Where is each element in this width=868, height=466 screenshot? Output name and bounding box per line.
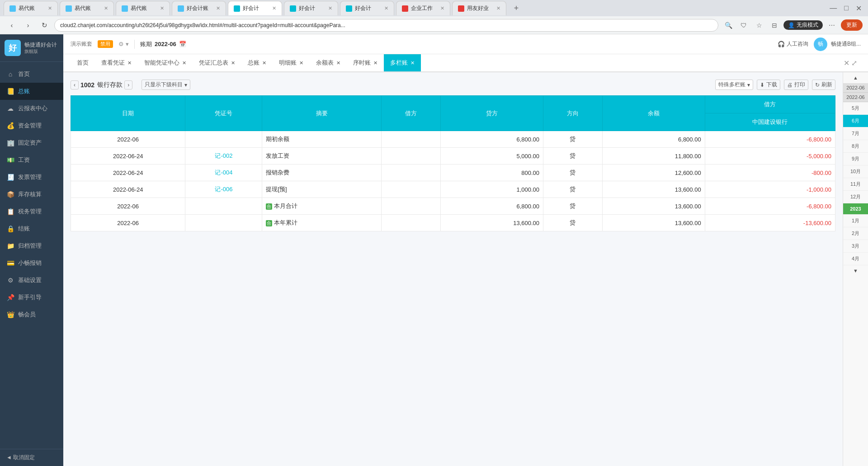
close-button[interactable]: ✕ bbox=[853, 4, 864, 13]
sidebar-item-close[interactable]: 🔒 结账 bbox=[0, 220, 63, 237]
maximize-button[interactable]: □ bbox=[841, 4, 851, 12]
voucher-link[interactable]: 记-004 bbox=[215, 169, 232, 176]
sidebar-item-cloud-report[interactable]: ☁ 云报表中心 bbox=[0, 100, 63, 117]
tab-close-9[interactable]: ✕ bbox=[496, 5, 500, 11]
date-item-11[interactable]: 11月 bbox=[843, 178, 868, 191]
calendar-icon[interactable]: 📅 bbox=[179, 41, 186, 47]
sidebar-item-guide[interactable]: 📌 新手引导 bbox=[0, 289, 63, 306]
search-icon[interactable]: 🔍 bbox=[722, 19, 735, 32]
tab-close-4[interactable]: ✕ bbox=[216, 5, 220, 11]
download-button[interactable]: ⬇ 下载 bbox=[757, 80, 780, 90]
scroll-up-btn[interactable]: ▲ bbox=[851, 72, 860, 83]
sidebar-item-tax[interactable]: 📋 税务管理 bbox=[0, 203, 63, 220]
user-avatar[interactable]: 畅 bbox=[814, 38, 827, 51]
filter-dropdown[interactable]: 只显示下级科目 ▾ bbox=[142, 80, 190, 90]
tab-journal-close[interactable]: ✕ bbox=[373, 60, 377, 66]
sidebar-item-expense[interactable]: 💳 小畅报销 bbox=[0, 254, 63, 272]
browser-tab-4[interactable]: 好会计账 ✕ bbox=[172, 1, 226, 15]
sidebar-collapse-button[interactable]: ◄ 取消固定 bbox=[0, 449, 63, 466]
tab-balance-close[interactable]: ✕ bbox=[336, 60, 340, 66]
sidebar-item-archive[interactable]: 📁 归档管理 bbox=[0, 237, 63, 254]
print-button[interactable]: 🖨 打印 bbox=[784, 80, 808, 90]
tab-close-1[interactable]: ✕ bbox=[48, 5, 52, 11]
tab-close-3[interactable]: ✕ bbox=[160, 5, 164, 11]
shield-icon[interactable]: 🛡 bbox=[737, 19, 750, 32]
tab-smart-voucher-close[interactable]: ✕ bbox=[182, 60, 186, 66]
tab-balance[interactable]: 余额表 ✕ bbox=[310, 54, 347, 72]
sidebar-item-inventory[interactable]: 📦 库存核算 bbox=[0, 186, 63, 203]
date-item-2023-3[interactable]: 3月 bbox=[843, 240, 868, 253]
update-button[interactable]: 更新 bbox=[841, 19, 863, 31]
toolbar-right: 🎧 人工咨询 畅 畅捷通B组... bbox=[778, 38, 861, 51]
tab-close-2[interactable]: ✕ bbox=[104, 5, 108, 11]
date-item-12[interactable]: 12月 bbox=[843, 191, 868, 203]
sidebar-item-fund[interactable]: 💰 资金管理 bbox=[0, 117, 63, 134]
tab-close-6[interactable]: ✕ bbox=[328, 5, 332, 11]
address-input[interactable] bbox=[54, 19, 718, 32]
date-item-10[interactable]: 10月 bbox=[843, 165, 868, 178]
tab-journal[interactable]: 序时账 ✕ bbox=[347, 54, 384, 72]
minimize-button[interactable]: — bbox=[827, 4, 840, 12]
new-tab-button[interactable]: + bbox=[510, 2, 523, 14]
special-btn[interactable]: 特殊多栏账 ▾ bbox=[715, 80, 753, 90]
tab-icon-8 bbox=[402, 5, 408, 12]
tab-close-5[interactable]: ✕ bbox=[272, 5, 276, 11]
consult-button[interactable]: 🎧 人工咨询 bbox=[778, 40, 808, 48]
sidebar-item-member[interactable]: 👑 畅会员 bbox=[0, 306, 63, 323]
tab-detail-close[interactable]: ✕ bbox=[299, 60, 303, 66]
date-item-9[interactable]: 9月 bbox=[843, 153, 868, 165]
star-icon[interactable]: ☆ bbox=[753, 19, 765, 32]
tab-voucher-view-label: 查看凭证 bbox=[101, 59, 125, 67]
browser-tab-8[interactable]: 企业工作 ✕ bbox=[396, 1, 450, 15]
voucher-link[interactable]: 记-006 bbox=[215, 186, 232, 193]
tab-close-7[interactable]: ✕ bbox=[384, 5, 388, 11]
date-item-8[interactable]: 8月 bbox=[843, 140, 868, 153]
date-item-6[interactable]: 6月 bbox=[843, 115, 868, 127]
browser-tab-1[interactable]: 易代账 ✕ bbox=[4, 1, 58, 15]
refresh-button[interactable]: ↻ 刷新 bbox=[812, 80, 835, 90]
tab-voucher-view[interactable]: 查看凭证 ✕ bbox=[95, 54, 138, 72]
date-item-7[interactable]: 7月 bbox=[843, 127, 868, 140]
tab-general-ledger[interactable]: 总账 ✕ bbox=[241, 54, 273, 72]
tab-detail-ledger[interactable]: 明细账 ✕ bbox=[273, 54, 310, 72]
settings-icon[interactable]: ⚙ bbox=[118, 41, 124, 47]
browser-tab-7[interactable]: 好会计 ✕ bbox=[340, 1, 394, 15]
sidebar-item-settings[interactable]: ⚙ 基础设置 bbox=[0, 272, 63, 289]
date-item-2023-2[interactable]: 2月 bbox=[843, 227, 868, 240]
refresh-button[interactable]: ↻ bbox=[38, 19, 51, 32]
voucher-link[interactable]: 记-002 bbox=[215, 152, 232, 159]
forward-button[interactable]: › bbox=[22, 19, 34, 32]
back-button[interactable]: ‹ bbox=[5, 19, 18, 32]
tab-voucher-summary-close[interactable]: ✕ bbox=[231, 60, 235, 66]
next-account-button[interactable]: › bbox=[124, 80, 132, 89]
date-item-5[interactable]: 5月 bbox=[843, 102, 868, 115]
tab-close-8[interactable]: ✕ bbox=[440, 5, 444, 11]
sidebar-item-invoice[interactable]: 🧾 发票管理 bbox=[0, 169, 63, 186]
menu-icon[interactable]: ⋯ bbox=[826, 19, 838, 32]
browser-tab-9[interactable]: 用友好业 ✕ bbox=[452, 1, 506, 15]
sidebar-item-fixed-assets[interactable]: 🏢 固定资产 bbox=[0, 134, 63, 151]
tab-multi-column[interactable]: 多栏账 ✕ bbox=[384, 54, 421, 72]
dropdown-icon[interactable]: ▾ bbox=[126, 41, 129, 47]
sidebar-item-salary[interactable]: 💵 工资 bbox=[0, 151, 63, 169]
browser-tab-3[interactable]: 易代账 ✕ bbox=[116, 1, 170, 15]
scroll-down-btn[interactable]: ▼ bbox=[851, 265, 860, 276]
tab-home[interactable]: 首页 bbox=[71, 54, 95, 72]
stealth-button[interactable]: 👤 无痕模式 bbox=[783, 20, 823, 30]
expand-icon[interactable]: ⤢ bbox=[851, 59, 857, 67]
tab-voucher-summary[interactable]: 凭证汇总表 ✕ bbox=[193, 54, 241, 72]
close-panel-icon[interactable]: ✕ bbox=[844, 59, 849, 67]
sidebar-item-ledger[interactable]: 📒 总账 bbox=[0, 83, 63, 100]
browser-tab-6[interactable]: 好会计 ✕ bbox=[284, 1, 338, 15]
tab-general-close[interactable]: ✕ bbox=[262, 60, 266, 66]
sidebar-item-home[interactable]: ⌂ 首页 bbox=[0, 66, 63, 83]
browser-tab-5[interactable]: 好会计 ✕ bbox=[228, 1, 282, 15]
date-item-2023-4[interactable]: 4月 bbox=[843, 253, 868, 265]
sidebar-icon[interactable]: ⊟ bbox=[768, 19, 781, 32]
date-item-2023-1[interactable]: 1月 bbox=[843, 215, 868, 227]
browser-tab-2[interactable]: 易代账 ✕ bbox=[60, 1, 114, 15]
tab-multi-column-close[interactable]: ✕ bbox=[410, 60, 415, 66]
prev-account-button[interactable]: ‹ bbox=[71, 80, 79, 89]
tab-voucher-view-close[interactable]: ✕ bbox=[127, 60, 132, 66]
tab-smart-voucher[interactable]: 智能凭证中心 ✕ bbox=[138, 54, 193, 72]
